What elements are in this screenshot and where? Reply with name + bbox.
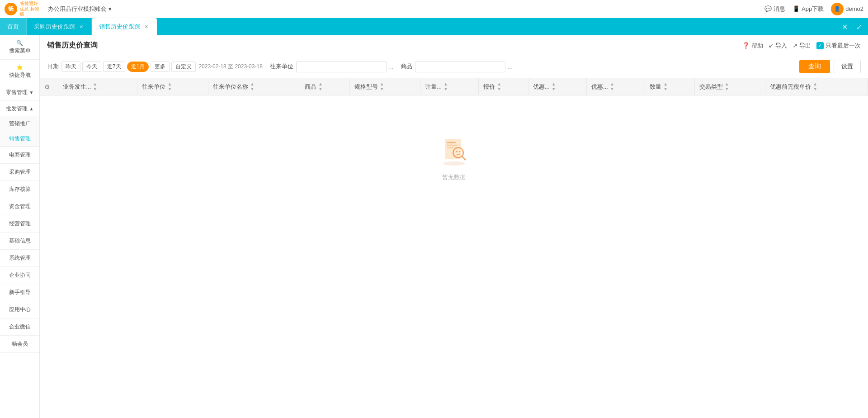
date-custom-btn[interactable]: 自定义 (171, 62, 196, 72)
sort-icon-discount2: ▲▼ (610, 82, 614, 91)
app-selector[interactable]: 办公用品行业模拟账套 ▾ (44, 3, 115, 15)
product-filter-group: 商品 ... (401, 61, 513, 72)
sidebar-item-retail-mgmt[interactable]: 零售管理 ▼ (0, 84, 39, 100)
th-pre-tax-price[interactable]: 优惠前无税单价 ▲▼ (765, 78, 868, 95)
gear-icon[interactable]: ⚙ (44, 83, 50, 90)
sidebar-item-basic-info[interactable]: 基础信息 (0, 233, 39, 250)
maximize-button[interactable]: ⤢ (854, 21, 864, 32)
sidebar-item-system-mgmt[interactable]: 系统管理 (0, 250, 39, 267)
th-quantity[interactable]: 数量 ▲▼ (645, 78, 695, 95)
last-only-checkbox-area: ✓ 只看最后一次 (816, 42, 861, 50)
sidebar-group-retail: 零售管理 ▼ (0, 84, 39, 100)
date-last7days-btn[interactable]: 近7天 (103, 62, 125, 72)
tab-bar-right: ✕ ⤢ (839, 21, 868, 32)
sidebar-item-member[interactable]: 畅会员 (0, 336, 39, 353)
empty-text: 暂无数据 (442, 173, 466, 181)
sidebar-item-enterprise-wechat[interactable]: 企业微信 (0, 318, 39, 336)
sidebar-item-wholesale-mgmt[interactable]: 批发管理 ▲ (0, 100, 39, 116)
empty-illustration (436, 132, 472, 168)
help-button[interactable]: ❓ 帮助 (742, 42, 763, 50)
import-icon: ↙ (769, 42, 774, 49)
svg-line-6 (462, 157, 465, 160)
logo-icon: 畅 (5, 3, 17, 15)
last-only-checkbox[interactable]: ✓ (816, 42, 824, 49)
sidebar-item-enterprise-collab[interactable]: 企业协同 (0, 267, 39, 284)
sidebar-item-purchase-mgmt[interactable]: 采购管理 (0, 164, 39, 181)
logo-text: 畅捷通好生意 标准版 (20, 1, 41, 17)
tab-purchase-history-close[interactable]: ✕ (78, 24, 84, 30)
tab-home[interactable]: 首页 (0, 18, 27, 35)
th-price[interactable]: 报价 ▲▼ (479, 78, 528, 95)
header-left: 畅 畅捷通好生意 标准版 办公用品行业模拟账套 ▾ (5, 1, 115, 17)
settings-button[interactable]: 设置 (834, 60, 861, 73)
avatar: 👤 (831, 3, 844, 15)
import-button[interactable]: ↙ 导入 (769, 42, 787, 50)
export-icon: ↗ (793, 42, 797, 49)
th-partner-code[interactable]: 往来单位 ▲▼ (137, 78, 208, 95)
product-input-area: ... (415, 61, 513, 72)
th-gear: ⚙ (40, 78, 58, 95)
filter-action-area: 查询 设置 (799, 60, 861, 73)
sidebar-item-new-guide[interactable]: 新手引导 (0, 284, 39, 301)
date-filter-group: 日期 昨天 今天 近7天 近1月 更多 自定义 2023-02-18 至 202… (47, 62, 263, 72)
th-product[interactable]: 商品 ▲▼ (300, 78, 350, 95)
close-all-tabs-button[interactable]: ✕ (839, 21, 850, 32)
sort-icon-discount1: ▲▼ (552, 82, 556, 91)
app-download-icon: 📱 (793, 5, 800, 12)
th-spec[interactable]: 规格型号 ▲▼ (349, 78, 420, 95)
partner-dots[interactable]: ... (388, 63, 394, 70)
message-button[interactable]: 💬 消息 (764, 5, 785, 13)
app-selector-label: 办公用品行业模拟账套 (48, 5, 107, 13)
product-input[interactable] (415, 61, 505, 72)
query-button[interactable]: 查询 (799, 60, 830, 73)
svg-point-8 (459, 151, 460, 152)
main-layout: 🔍 搜索菜单 ⭐ 快捷导航 零售管理 ▼ 批发管理 ▲ 营销推广 销售管理 (0, 35, 868, 418)
tab-sales-history[interactable]: 销售历史价跟踪 ✕ (92, 18, 157, 35)
export-button[interactable]: ↗ 导出 (793, 42, 811, 50)
date-buttons: 昨天 今天 近7天 近1月 更多 自定义 (61, 62, 196, 72)
sidebar-item-ecommerce-mgmt[interactable]: 电商管理 (0, 147, 39, 164)
tab-sales-history-close[interactable]: ✕ (143, 24, 149, 30)
page-title: 销售历史价查询 (47, 41, 98, 50)
th-discount2[interactable]: 优惠... ▲▼ (587, 78, 645, 95)
sort-icon-price: ▲▼ (497, 82, 501, 91)
date-more-btn[interactable]: 更多 (151, 62, 170, 72)
date-yesterday-btn[interactable]: 昨天 (61, 62, 80, 72)
svg-point-0 (443, 162, 465, 166)
last-only-label: 只看最后一次 (826, 42, 861, 50)
chevron-up-icon: ▲ (29, 106, 34, 111)
search-icon: 🔍 (16, 40, 23, 46)
partner-input[interactable] (296, 61, 387, 72)
sidebar-item-ops-mgmt[interactable]: 经营管理 (0, 215, 39, 233)
sidebar-item-search-menu[interactable]: 🔍 搜索菜单 (0, 35, 39, 60)
partner-label: 往来单位 (270, 62, 293, 71)
sidebar-item-app-center[interactable]: 应用中心 (0, 301, 39, 318)
product-dots[interactable]: ... (507, 63, 513, 70)
tab-purchase-history[interactable]: 采购历史价跟踪 ✕ (27, 18, 92, 35)
date-today-btn[interactable]: 今天 (82, 62, 101, 72)
sidebar-item-inventory[interactable]: 库存核算 (0, 181, 39, 198)
svg-rect-4 (447, 147, 454, 148)
page-header: 销售历史价查询 ❓ 帮助 ↙ 导入 ↗ 导出 ✓ 只看最后一次 (40, 35, 868, 55)
sort-icon-unit: ▲▼ (443, 82, 448, 91)
svg-rect-2 (447, 142, 456, 143)
sidebar-item-sales-mgmt[interactable]: 销售管理 (0, 131, 39, 146)
th-partner-name[interactable]: 往来单位名称 ▲▼ (208, 78, 300, 95)
tab-bar: 首页 采购历史价跟踪 ✕ 销售历史价跟踪 ✕ ✕ ⤢ (0, 18, 868, 35)
user-profile-button[interactable]: 👤 demo2 (831, 3, 863, 15)
app-download-button[interactable]: 📱 App下载 (793, 5, 824, 13)
date-last1month-btn[interactable]: 近1月 (127, 62, 149, 72)
th-discount1[interactable]: 优惠... ▲▼ (528, 78, 586, 95)
th-biz-date[interactable]: 业务发生... ▲▼ (58, 78, 137, 95)
chevron-down-icon: ▾ (108, 5, 112, 12)
sidebar-item-marketing-promo[interactable]: 营销推广 (0, 116, 39, 131)
sort-icon-spec: ▲▼ (380, 82, 384, 91)
date-range-text: 2023-02-18 至 2023-03-18 (198, 63, 262, 71)
th-unit[interactable]: 计量... ▲▼ (420, 78, 479, 95)
svg-rect-3 (447, 145, 458, 146)
sidebar-item-quick-nav[interactable]: ⭐ 快捷导航 (0, 60, 39, 84)
sidebar-item-finance-mgmt[interactable]: 资金管理 (0, 198, 39, 215)
sort-icon-pre-tax-price: ▲▼ (813, 82, 817, 91)
date-label: 日期 (47, 62, 59, 71)
th-trade-type[interactable]: 交易类型 ▲▼ (694, 78, 765, 95)
